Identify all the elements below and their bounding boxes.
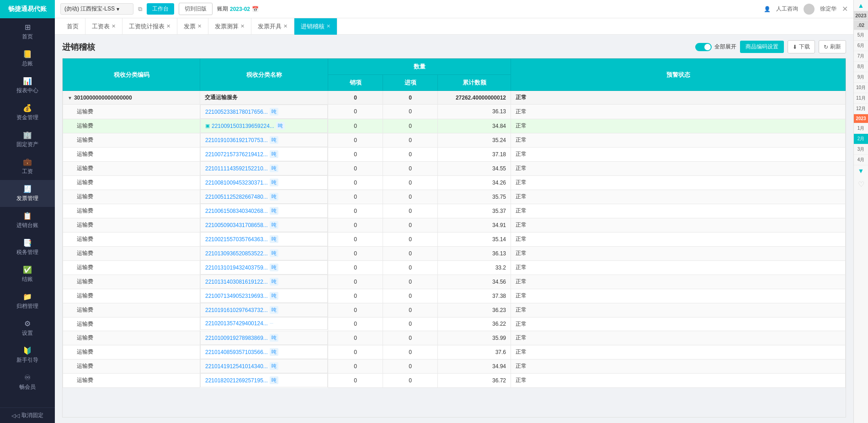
funds-icon: 💰 bbox=[23, 104, 32, 112]
cal-heart-icon[interactable]: ♡ bbox=[858, 180, 864, 189]
cell-status: 正常 bbox=[511, 303, 846, 317]
sidebar-item-settings[interactable]: ⚙ 设置 bbox=[0, 315, 55, 342]
sidebar-item-ledger[interactable]: 📒 总账 bbox=[0, 45, 55, 72]
cell-code-short: 运输费 bbox=[63, 359, 200, 373]
page-header: 进销稽核 全部展开 商品编码设置 ⬇ 下载 ↻ 刷新 bbox=[62, 40, 846, 53]
sidebar-item-funds[interactable]: 💰 资金管理 bbox=[0, 99, 55, 126]
cell-purchase: 0 bbox=[383, 133, 438, 147]
table-row[interactable]: 运输费 2210051125282667480... 吨 0 0 35.75 正… bbox=[63, 190, 846, 204]
table-row[interactable]: 运输费 2210141912541014340... 吨 0 0 34.94 正… bbox=[63, 359, 846, 373]
topbar-close-button[interactable]: ✕ bbox=[842, 5, 848, 13]
table-row[interactable]: 运输费 2210130936520853522... 吨 0 0 36.13 正… bbox=[63, 246, 846, 260]
sidebar-item-reports[interactable]: 📊 报表中心 bbox=[0, 72, 55, 99]
tab-invoice-open[interactable]: 发票开具 ✕ bbox=[251, 18, 294, 35]
cell-status: 正常 bbox=[511, 317, 846, 331]
tab-invoice-calc[interactable]: 发票测算 ✕ bbox=[208, 18, 251, 35]
cell-total: 36.23 bbox=[438, 303, 511, 317]
sidebar-item-tax[interactable]: 📑 税务管理 bbox=[0, 234, 55, 261]
table-row[interactable]: 运输费 2210140859357103566... 吨 0 0 37.6 正常 bbox=[63, 345, 846, 359]
table-row[interactable]: 运输费 2210081009453230371... 吨 0 0 34.26 正… bbox=[63, 175, 846, 190]
cal-up-icon[interactable]: ▲ bbox=[857, 0, 865, 11]
cal-month-4[interactable]: 4月 bbox=[854, 155, 868, 165]
table-row[interactable]: 运输费 ▣ 2210091503139659224... 吨 0 0 34.84… bbox=[63, 119, 846, 133]
sidebar-item-assets[interactable]: 🏢 固定资产 bbox=[0, 126, 55, 153]
cal-month-7[interactable]: 7月 bbox=[854, 51, 868, 62]
tab-salary-stats[interactable]: 工资统计报表 ✕ bbox=[122, 18, 177, 35]
table-row[interactable]: 运输费 2210072157376219412... 吨 0 0 37.18 正… bbox=[63, 147, 846, 161]
tab-close-invoice-calc[interactable]: ✕ bbox=[240, 23, 245, 29]
cell-status: 正常 bbox=[511, 119, 846, 133]
table-row[interactable]: 运输费 2210111143592152210... 吨 0 0 34.55 正… bbox=[63, 161, 846, 175]
sidebar-item-salary[interactable]: 💼 工资 bbox=[0, 153, 55, 180]
cell-sale: 0 bbox=[328, 147, 383, 161]
tab-close-salary-table[interactable]: ✕ bbox=[112, 23, 116, 29]
cal-month-3[interactable]: 3月 bbox=[854, 144, 868, 155]
cell-purchase: 0 bbox=[383, 161, 438, 175]
table-row[interactable]: 运输费 2210201357429400124... 0 0 36.22 正常 bbox=[63, 317, 846, 331]
table-row[interactable]: 运输费 2210050903431708658... 吨 0 0 34.91 正… bbox=[63, 218, 846, 232]
table-row[interactable]: 运输费 2210131403081619122... 吨 0 0 34.56 正… bbox=[63, 275, 846, 289]
cal-month-10[interactable]: 10月 bbox=[854, 83, 868, 93]
sidebar-item-settle[interactable]: ✅ 结账 bbox=[0, 261, 55, 288]
table-row[interactable]: 运输费 2210071349052319693... 吨 0 0 37.38 正… bbox=[63, 289, 846, 303]
th-tax-name: 税收分类名称 bbox=[200, 59, 328, 91]
copy-icon[interactable]: ⧉ bbox=[138, 5, 142, 13]
cal-month-8[interactable]: 8月 bbox=[854, 62, 868, 72]
tab-close-salary-stats[interactable]: ✕ bbox=[166, 23, 170, 29]
cal-year-2023[interactable]: 2023 bbox=[854, 114, 868, 123]
sidebar-item-member[interactable]: ♾ 畅会员 bbox=[0, 369, 55, 396]
table-row[interactable]: 运输费 2210021557035764363... 吨 0 0 35.14 正… bbox=[63, 232, 846, 246]
cal-month-1[interactable]: 1月 bbox=[854, 123, 868, 134]
tab-invoice[interactable]: 发票 ✕ bbox=[177, 18, 208, 35]
cal-month-5[interactable]: 5月 bbox=[854, 30, 868, 41]
table-row[interactable]: 运输费 2210191610297643732... 吨 0 0 36.23 正… bbox=[63, 303, 846, 317]
table-row[interactable]: 运输费 2210052338178017656... 吨 0 0 36.13 正… bbox=[63, 105, 846, 119]
refresh-btn[interactable]: ↻ 刷新 bbox=[819, 40, 846, 53]
table-row[interactable]: ▼3010000000000000000 交通运输服务 0 0 27262.40… bbox=[63, 91, 846, 105]
cell-sale: 0 bbox=[328, 175, 383, 190]
cal-down-icon[interactable]: ▼ bbox=[857, 165, 865, 176]
cal-month-2[interactable]: 2月 bbox=[854, 134, 868, 144]
cell-purchase: 0 bbox=[383, 246, 438, 260]
reports-icon: 📊 bbox=[23, 77, 32, 85]
workbench-button[interactable]: 工作台 bbox=[147, 3, 174, 15]
settings-btn[interactable]: 商品编码设置 bbox=[740, 41, 784, 53]
cal-month-6[interactable]: 6月 bbox=[854, 41, 868, 51]
calendar-icon[interactable]: 📅 bbox=[252, 6, 259, 12]
tab-close-invoice-open[interactable]: ✕ bbox=[283, 23, 288, 29]
table-row[interactable]: 运输费 2210100919278983869... 吨 0 0 35.99 正… bbox=[63, 331, 846, 345]
tab-close-invoice[interactable]: ✕ bbox=[197, 23, 202, 29]
tab-salary-table[interactable]: 工资表 ✕ bbox=[85, 18, 122, 35]
sidebar-item-archive[interactable]: 📁 归档管理 bbox=[0, 288, 55, 315]
table-body: ▼3010000000000000000 交通运输服务 0 0 27262.40… bbox=[63, 91, 846, 388]
cell-total: 37.6 bbox=[438, 345, 511, 359]
page-title: 进销稽核 bbox=[62, 42, 95, 53]
switch-version-button[interactable]: 切到旧版 bbox=[179, 3, 213, 15]
chevron-down-icon: ▾ bbox=[117, 6, 119, 12]
table-row[interactable]: 运输费 2210131019432403759... 吨 0 0 33.2 正常 bbox=[63, 260, 846, 275]
cell-total: 35.14 bbox=[438, 232, 511, 246]
sidebar-item-guide[interactable]: 🔰 新手引导 bbox=[0, 342, 55, 369]
download-btn[interactable]: ⬇ 下载 bbox=[788, 40, 815, 53]
table-row[interactable]: 运输费 2210182021269257195... 吨 0 0 36.72 正… bbox=[63, 373, 846, 387]
cal-month-9[interactable]: 9月 bbox=[854, 72, 868, 83]
cal-month-12[interactable]: 12月 bbox=[854, 104, 868, 114]
pin-icon: ◁◁ bbox=[11, 412, 20, 419]
cal-month-11[interactable]: 11月 bbox=[854, 93, 868, 104]
sidebar-item-home[interactable]: ⊞ 首页 bbox=[0, 18, 55, 45]
company-selector[interactable]: (勿动) 江西报宝-LSS ▾ bbox=[60, 3, 133, 15]
th-purchase: 进项 bbox=[383, 75, 438, 91]
sidebar-item-sales[interactable]: 📋 进销台账 bbox=[0, 207, 55, 234]
cell-sale: 0 bbox=[328, 373, 383, 387]
tab-close-reconcile[interactable]: ✕ bbox=[326, 23, 330, 29]
refresh-icon: ↻ bbox=[824, 44, 828, 50]
table-row[interactable]: 运输费 2210191036192170753... 吨 0 0 35.24 正… bbox=[63, 133, 846, 147]
sidebar-item-invoice[interactable]: 🧾 发票管理 bbox=[0, 180, 55, 207]
pin-button[interactable]: ◁◁ 取消固定 bbox=[0, 407, 55, 423]
expand-toggle[interactable] bbox=[695, 43, 712, 51]
topbar-right: 👤 人工咨询 徐淀华 ✕ bbox=[764, 4, 848, 15]
tab-reconcile[interactable]: 进销稽核 ✕ bbox=[294, 18, 337, 35]
tab-home[interactable]: 首页 bbox=[60, 18, 85, 35]
cell-code: ▼3010000000000000000 bbox=[63, 91, 200, 105]
table-row[interactable]: 运输费 2210061508340340268... 吨 0 0 35.37 正… bbox=[63, 204, 846, 218]
